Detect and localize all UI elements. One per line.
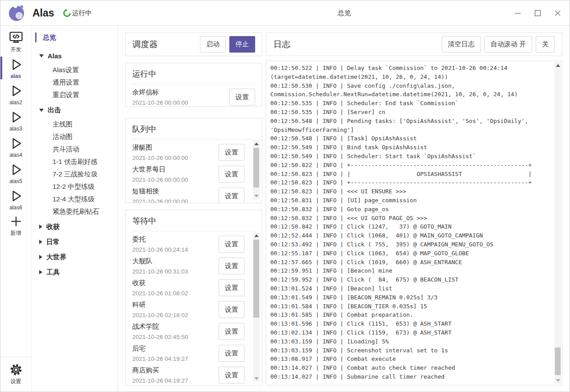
log-scrollbar[interactable]	[554, 62, 561, 384]
rail-item-alas4[interactable]: alas4	[0, 134, 31, 160]
rail-item-alas3[interactable]: alas3	[0, 107, 31, 134]
scrollbar-thumb[interactable]	[253, 148, 259, 188]
nav-subitem[interactable]: 12-4 大型练级	[32, 194, 118, 204]
waiting-scrollbar[interactable]	[253, 232, 260, 382]
play-icon	[8, 136, 24, 151]
rail-item-settings[interactable]: 设置	[0, 361, 31, 387]
pending-section: 队列中 潜艇图2021-10-26 00:00:00设置大世界每日2021-10…	[125, 118, 262, 203]
nav-subitem[interactable]: 紧急委托刷钻石	[32, 207, 118, 217]
rail-item-alas[interactable]: alas	[0, 55, 31, 81]
task-name: 余烬信标	[132, 88, 188, 97]
log-line: 00:13:01.584 | INFO | [BEACON_TIER 0.035…	[270, 302, 551, 311]
nav-group[interactable]: 工具	[32, 267, 118, 278]
task-row: 大舰队2021-10-26 00:31:03设置	[132, 255, 255, 277]
task-setting-button[interactable]: 设置	[219, 257, 244, 274]
scheduler-column: 调度器 启动 停止 运行中 余烬信标2021-10-26 00:00:00设置 …	[125, 33, 262, 385]
task-info: 商店购买2021-10-26 04:19:27	[132, 366, 188, 384]
nav-subitem[interactable]: 重启设置	[32, 90, 118, 100]
nav-item-active[interactable]: 总览	[32, 32, 118, 43]
task-row: 后宅2021-10-26 04:19:27设置	[132, 342, 255, 364]
nav-group[interactable]: 出击	[32, 105, 118, 115]
waiting-title: 等待中	[132, 210, 255, 231]
rail-item-alas6[interactable]: alas6	[0, 186, 31, 212]
task-setting-button[interactable]: 设置	[219, 367, 244, 384]
nav-subitem[interactable]: 主线图	[32, 119, 118, 130]
play-icon	[8, 83, 24, 98]
log-line: 00:13:08.917 | INFO | Combat execute	[270, 355, 551, 363]
pending-scrollbar[interactable]	[253, 140, 260, 200]
scroll-down-arrow-icon[interactable]	[254, 195, 259, 197]
clear-log-button[interactable]: 清空日志	[442, 36, 481, 53]
log-line: 00:12:55.187 | INFO | Click (1063, 654) …	[270, 249, 551, 258]
nav-group[interactable]: Alas	[32, 50, 118, 61]
nav-subitem[interactable]: 12-2 中型练级	[32, 182, 118, 192]
autoscroll-off-button[interactable]: 关	[536, 36, 555, 53]
scrollbar-thumb[interactable]	[253, 240, 259, 318]
nav-group[interactable]: 收获	[32, 221, 118, 232]
task-name: 大舰队	[132, 257, 188, 265]
task-info: 余烬信标2021-10-26 00:00:00	[132, 88, 188, 106]
chevron-right-icon	[39, 240, 42, 244]
status-label: 运行中	[72, 9, 92, 17]
task-row: 短猫相接2021-10-26 00:00:00设置	[132, 185, 255, 203]
task-setting-button[interactable]: 设置	[229, 89, 255, 106]
scroll-down-arrow-icon[interactable]	[556, 379, 560, 382]
task-info: 后宅2021-10-26 04:19:27	[132, 344, 188, 362]
task-setting-button[interactable]: 设置	[219, 188, 244, 203]
plus-icon	[9, 214, 23, 229]
nav-subitem[interactable]: 1-1 伏击刷好感	[32, 157, 118, 167]
title-bar: Alas 运行中 总览	[0, 0, 570, 26]
stop-button[interactable]: 停止	[229, 36, 255, 53]
task-setting-button[interactable]: 设置	[219, 166, 244, 183]
nav-group[interactable]: 日常	[32, 237, 118, 247]
task-setting-button[interactable]: 设置	[219, 236, 244, 253]
nav-subitem[interactable]: 活动图	[32, 132, 118, 142]
scroll-up-arrow-icon[interactable]	[254, 234, 259, 237]
scheduler-status: 运行中	[63, 9, 92, 17]
rail-item-label: alas	[11, 73, 21, 79]
rail-item-dev[interactable]: 开发	[0, 29, 31, 55]
rail-item-add[interactable]: 新增	[0, 212, 31, 239]
log-line: 00:12:50.548 | INFO | [Task] OpsiAshAssi…	[270, 134, 551, 143]
autoscroll-toggle-button[interactable]: 自动滚动 开	[484, 36, 532, 53]
maximize-button[interactable]	[533, 9, 542, 17]
task-next-run-time: 2021-10-26 04:19:27	[132, 377, 188, 384]
nav-subitem[interactable]: 通用设置	[32, 78, 118, 88]
close-button[interactable]	[554, 9, 562, 17]
task-setting-button[interactable]: 设置	[219, 323, 244, 340]
chevron-right-icon	[39, 225, 42, 229]
nav-group[interactable]: 大世界	[32, 252, 118, 262]
scroll-down-arrow-icon[interactable]	[254, 377, 259, 380]
task-name: 战术学院	[132, 323, 188, 331]
rail-item-label: alas5	[9, 178, 22, 184]
nav-subitem[interactable]: 7-2 三战捡垃圾	[32, 169, 118, 180]
rail-item-alas2[interactable]: alas2	[0, 81, 31, 107]
task-row: 商店购买2021-10-26 04:19:27设置	[132, 364, 255, 386]
task-setting-button[interactable]: 设置	[219, 301, 244, 318]
task-setting-button[interactable]: 设置	[219, 279, 244, 296]
log-line: 00:12:53.492 | INFO | Click ( 755, 395) …	[270, 240, 551, 249]
start-button[interactable]: 启动	[200, 36, 226, 53]
rail-item-label: 设置	[11, 378, 21, 385]
log-title: 日志	[273, 39, 290, 50]
log-line: 00:12:59.952 | INFO | Click ( 84, 675) @…	[270, 275, 551, 284]
window-controls	[513, 9, 562, 17]
scrollbar-thumb[interactable]	[555, 347, 561, 375]
task-info: 大舰队2021-10-26 00:31:03	[132, 257, 188, 275]
minimize-button[interactable]	[513, 9, 521, 17]
profile-rail: 开发 alas alas2 alas3 alas4 alas5 alas6 新增	[0, 26, 32, 392]
task-next-run-time: 2021-10-26 00:00:00	[132, 99, 188, 106]
scroll-up-arrow-icon[interactable]	[556, 64, 560, 67]
task-setting-button[interactable]: 设置	[219, 144, 244, 161]
nav-subitem[interactable]: 共斗活动	[32, 144, 118, 155]
log-column: 日志 清空日志 自动滚动 开 关 00:12:50.522 | INFO | D…	[266, 33, 562, 385]
rail-item-label: 开发	[11, 46, 21, 53]
scroll-up-arrow-icon[interactable]	[254, 143, 259, 145]
task-next-run-time: 2021-10-26 02:16:02	[132, 312, 188, 318]
task-setting-button[interactable]: 设置	[219, 345, 244, 362]
log-line: 00:12:50.535 | INFO | [Server] cn	[270, 108, 551, 117]
app-title: Alas	[33, 7, 54, 19]
task-next-run-time: 2021-10-26 04:19:27	[132, 355, 188, 362]
nav-subitem[interactable]: Alas设置	[32, 65, 118, 75]
rail-item-alas5[interactable]: alas5	[0, 160, 31, 186]
